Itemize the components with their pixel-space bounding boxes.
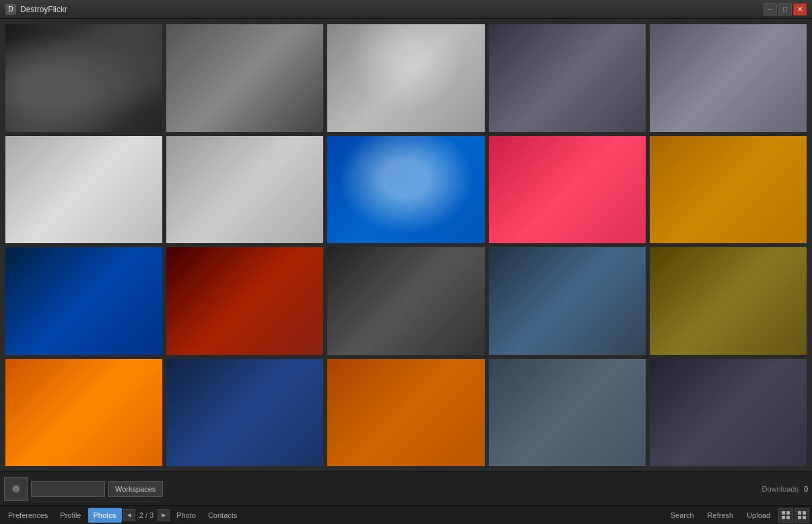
photo-cell-2[interactable] <box>166 24 323 132</box>
svg-rect-6 <box>803 511 806 515</box>
photo-cell-12[interactable] <box>166 247 323 355</box>
username-input[interactable] <box>31 481 105 497</box>
photo-grid <box>5 24 807 466</box>
photo-cell-1[interactable] <box>5 24 162 132</box>
nav-item-profile[interactable]: Profile <box>55 508 86 523</box>
nav-bar: Preferences Profile Photos ◄ 2 / 3 ► Pho… <box>0 505 812 524</box>
photo-cell-9[interactable] <box>489 136 646 244</box>
photo-cell-15[interactable] <box>650 247 807 355</box>
app-title: DestroyFlickr <box>20 5 67 14</box>
title-bar: D DestroyFlickr ─ □ ✕ <box>0 0 812 19</box>
photo-cell-3[interactable] <box>327 24 484 132</box>
photo-cell-14[interactable] <box>489 247 646 355</box>
photo-cell-19[interactable] <box>489 359 646 467</box>
photo-cell-11[interactable] <box>5 247 162 355</box>
close-button[interactable]: ✕ <box>793 3 807 15</box>
nav-item-preferences[interactable]: Preferences <box>3 508 53 523</box>
search-button[interactable]: Search <box>665 508 700 523</box>
svg-rect-2 <box>782 516 785 519</box>
title-bar-left: D DestroyFlickr <box>5 4 67 15</box>
status-bar: ☻ Workspaces Downloads 0 <box>0 471 812 505</box>
window-controls: ─ □ ✕ <box>764 3 807 15</box>
app-icon: D <box>5 4 16 15</box>
svg-rect-7 <box>803 516 806 519</box>
workspaces-button[interactable]: Workspaces <box>108 481 163 497</box>
photo-cell-13[interactable] <box>327 247 484 355</box>
nav-item-photo[interactable]: Photo <box>171 508 201 523</box>
view-toggle <box>778 508 809 523</box>
list-view-button[interactable] <box>794 508 809 523</box>
downloads-label: Downloads <box>762 485 798 493</box>
minimize-button[interactable]: ─ <box>764 3 777 15</box>
svg-rect-1 <box>786 511 790 515</box>
photo-cell-5[interactable] <box>650 24 807 132</box>
upload-button[interactable]: Upload <box>741 508 776 523</box>
prev-page-button[interactable]: ◄ <box>123 509 135 521</box>
svg-rect-4 <box>798 511 801 515</box>
photo-cell-10[interactable] <box>650 136 807 244</box>
downloads-area: Downloads 0 <box>762 485 808 493</box>
grid-view-button[interactable] <box>778 508 793 523</box>
photo-cell-16[interactable] <box>5 359 162 467</box>
photo-cell-7[interactable] <box>166 136 323 244</box>
photo-cell-17[interactable] <box>166 359 323 467</box>
photo-cell-6[interactable] <box>5 136 162 244</box>
nav-item-photos[interactable]: Photos <box>88 508 122 523</box>
downloads-count: 0 <box>804 485 808 493</box>
avatar: ☻ <box>4 477 28 501</box>
nav-item-contacts[interactable]: Contacts <box>203 508 242 523</box>
maximize-button[interactable]: □ <box>778 3 792 15</box>
next-page-button[interactable]: ► <box>158 509 170 521</box>
refresh-button[interactable]: Refresh <box>702 508 739 523</box>
photo-cell-4[interactable] <box>489 24 646 132</box>
nav-right: Search Refresh Upload <box>665 508 809 523</box>
main-content <box>0 19 812 471</box>
photo-cell-20[interactable] <box>650 359 807 467</box>
svg-rect-0 <box>782 511 785 515</box>
svg-rect-5 <box>798 516 801 519</box>
page-info: 2 / 3 <box>137 511 156 519</box>
svg-rect-3 <box>786 516 790 519</box>
photo-cell-8[interactable] <box>327 136 484 244</box>
photo-cell-18[interactable] <box>327 359 484 467</box>
